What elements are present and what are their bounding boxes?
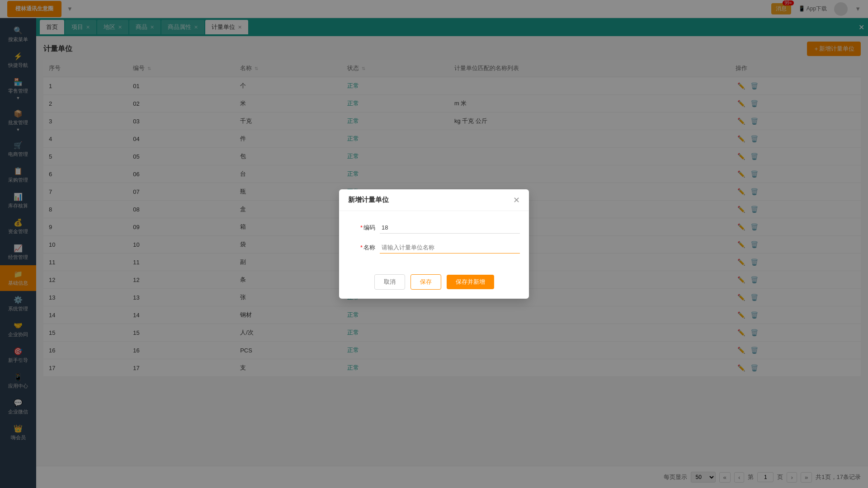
required-mark-name: *	[360, 244, 363, 251]
code-label: *编码	[348, 224, 375, 232]
code-input[interactable]	[380, 222, 520, 234]
modal-footer: 取消 保存 保存并新增	[339, 269, 529, 299]
form-row-name: *名称	[348, 242, 520, 253]
modal-overlay[interactable]: 新增计量单位 ✕ *编码 *名称 取消 保存 保存并新增	[0, 0, 868, 488]
add-unit-modal: 新增计量单位 ✕ *编码 *名称 取消 保存 保存并新增	[339, 189, 529, 299]
modal-title: 新增计量单位	[348, 196, 389, 204]
required-mark: *	[360, 224, 363, 231]
save-and-new-button[interactable]: 保存并新增	[447, 275, 494, 289]
name-input[interactable]	[380, 242, 520, 253]
modal-close-button[interactable]: ✕	[513, 196, 520, 204]
save-button[interactable]: 保存	[410, 274, 441, 290]
modal-header: 新增计量单位 ✕	[339, 189, 529, 211]
name-label: *名称	[348, 244, 375, 252]
form-row-code: *编码	[348, 222, 520, 234]
cancel-button[interactable]: 取消	[374, 274, 405, 290]
modal-body: *编码 *名称	[339, 211, 529, 269]
